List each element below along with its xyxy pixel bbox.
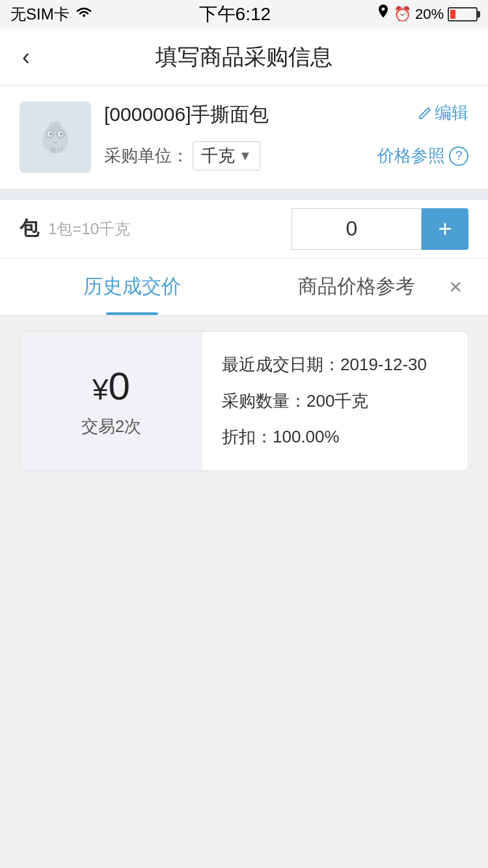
discount-value: 100.00% [273,427,340,446]
tab-history-label: 历史成交价 [83,273,181,300]
recent-date-row: 最近成交日期：2019-12-30 [222,351,448,379]
product-header: [0000006]手撕面包 编辑 [104,102,468,128]
quantity-hint: 1包=10千克 [48,219,130,239]
svg-point-6 [60,133,62,135]
trade-count: 交易2次 [81,415,141,438]
price-amount: ¥0 [92,364,130,409]
status-right: ⏰ 20% [377,5,478,24]
tab-active-indicator [106,312,158,315]
location-icon [377,5,390,24]
status-bar: 无SIM卡 下午6:12 ⏰ 20% [0,0,488,29]
edit-label: 编辑 [435,102,468,124]
back-button[interactable]: ‹ [16,37,36,77]
recent-date-value: 2019-12-30 [340,355,427,374]
quantity-unit-badge: 包 [20,215,39,242]
alarm-icon: ⏰ [394,6,411,23]
purchase-qty-label: 采购数量： [222,391,306,411]
tabs-container: 历史成交价 商品价格参考 × [0,258,488,316]
unit-select[interactable]: 千克 ▼ [193,141,260,170]
quantity-row: 包 1包=10千克 + [0,200,488,258]
wifi-icon [75,5,93,23]
close-button[interactable]: × [442,267,468,306]
price-ref-button[interactable]: 价格参照 ? [377,144,468,167]
section-divider [0,189,488,200]
purchase-qty-value: 200千克 [306,391,368,411]
dropdown-arrow-icon: ▼ [239,148,252,163]
currency-symbol: ¥ [92,373,108,405]
unit-label: 采购单位： [104,144,189,167]
svg-point-7 [49,121,62,131]
battery-percent: 20% [415,6,444,23]
main-content: ¥0 交易2次 最近成交日期：2019-12-30 采购数量：200千克 折扣：… [0,316,488,771]
tab-price-ref-label: 商品价格参考 [298,273,415,300]
tab-price-ref[interactable]: 商品价格参考 [244,258,468,315]
product-card: 数计 [0000006]手撕面包 编辑 采购单位： 千克 ▼ 价格参照 [0,86,488,189]
discount-row: 折扣：100.00% [222,424,448,451]
purchase-qty-row: 采购数量：200千克 [222,388,448,415]
product-info: [0000006]手撕面包 编辑 采购单位： 千克 ▼ 价格参照 ? [104,102,468,170]
tab-history-price[interactable]: 历史成交价 [20,258,244,315]
quantity-label-area: 包 1包=10千克 [20,215,130,242]
quantity-plus-button[interactable]: + [422,208,468,250]
price-left-panel: ¥0 交易2次 [20,332,202,470]
battery-icon [448,7,478,21]
quantity-input[interactable] [291,208,422,250]
recent-date-label: 最近成交日期： [222,355,340,374]
product-name: [0000006]手撕面包 [104,102,269,128]
discount-label: 折扣： [222,427,273,446]
unit-value: 千克 [201,144,235,167]
status-time: 下午6:12 [199,2,271,27]
product-image: 数计 [20,102,91,173]
edit-button[interactable]: 编辑 [418,102,468,124]
status-left: 无SIM卡 [10,4,93,25]
svg-point-5 [49,133,52,135]
nav-bar: ‹ 填写商品采购信息 [0,29,488,86]
carrier-label: 无SIM卡 [10,4,70,25]
quantity-input-area: + [291,208,468,250]
purchase-unit-row: 采购单位： 千克 ▼ 价格参照 ? [104,141,468,170]
price-right-panel: 最近成交日期：2019-12-30 采购数量：200千克 折扣：100.00% [202,332,468,470]
price-ref-label: 价格参照 [377,144,445,167]
price-value: 0 [109,364,130,408]
info-icon: ? [449,146,468,166]
svg-text:数计: 数计 [51,146,64,154]
price-card-wrapper: ¥0 交易2次 最近成交日期：2019-12-30 采购数量：200千克 折扣：… [0,316,488,487]
price-card: ¥0 交易2次 最近成交日期：2019-12-30 采购数量：200千克 折扣：… [20,331,468,471]
page-title: 填写商品采购信息 [156,42,332,72]
